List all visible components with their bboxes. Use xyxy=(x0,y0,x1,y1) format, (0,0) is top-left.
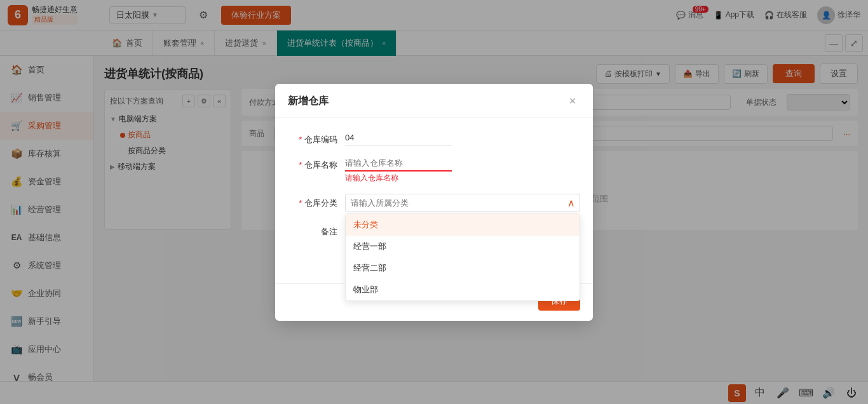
modal-title: 新增仓库 xyxy=(288,95,329,108)
modal-header: 新增仓库 × xyxy=(275,84,593,118)
notes-label: 备注 xyxy=(288,222,345,238)
category-dropdown: 未分类 经营一部 经营二部 物业部 xyxy=(345,213,580,301)
dropdown-item-unclassified[interactable]: 未分类 xyxy=(346,214,580,236)
warehouse-name-label: 仓库名称 xyxy=(288,156,345,171)
modal-body: 仓库编码 仓库名称 请输入仓库名称 仓库分类 ∧ xyxy=(275,118,593,283)
warehouse-category-wrapper: ∧ 未分类 经营一部 经营二部 物业部 xyxy=(345,194,580,212)
form-row-warehouse-code: 仓库编码 xyxy=(288,130,580,145)
warehouse-category-label: 仓库分类 xyxy=(288,194,345,209)
warehouse-name-input[interactable] xyxy=(345,156,452,172)
form-row-warehouse-category: 仓库分类 ∧ 未分类 经营一部 经营二部 物业部 xyxy=(288,194,580,212)
dropdown-item-ops1[interactable]: 经营一部 xyxy=(346,236,580,257)
modal-overlay[interactable]: 新增仓库 × 仓库编码 仓库名称 请输入仓库名称 仓库分类 xyxy=(0,0,868,404)
warehouse-name-error: 请输入仓库名称 xyxy=(345,173,580,184)
warehouse-category-input[interactable] xyxy=(345,194,580,212)
category-arrow-icon[interactable]: ∧ xyxy=(567,197,575,209)
warehouse-code-input[interactable] xyxy=(345,130,452,145)
modal-close-button[interactable]: × xyxy=(565,94,580,109)
warehouse-name-wrapper: 请输入仓库名称 xyxy=(345,156,580,184)
dropdown-item-ops3[interactable]: 物业部 xyxy=(346,279,580,300)
warehouse-code-label: 仓库编码 xyxy=(288,130,345,145)
warehouse-code-wrapper xyxy=(345,130,580,145)
new-warehouse-modal: 新增仓库 × 仓库编码 仓库名称 请输入仓库名称 仓库分类 xyxy=(275,84,593,321)
dropdown-item-ops2[interactable]: 经营二部 xyxy=(346,257,580,279)
form-row-warehouse-name: 仓库名称 请输入仓库名称 xyxy=(288,156,580,184)
